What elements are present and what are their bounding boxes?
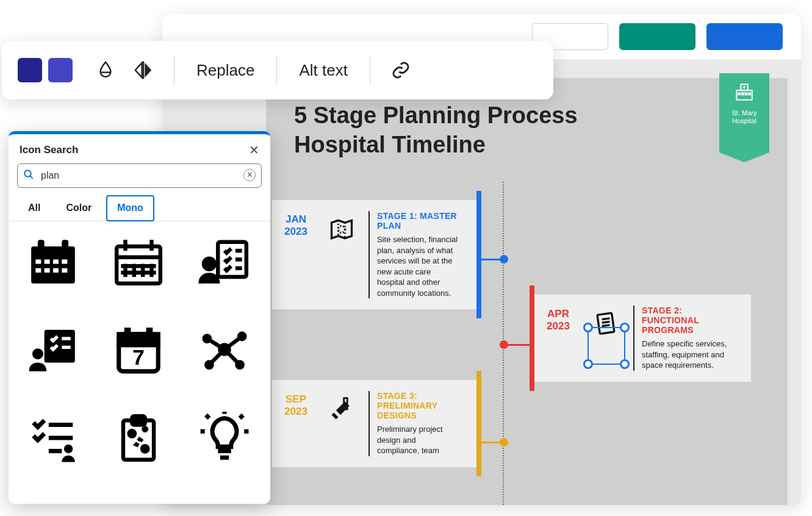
stage-description: Define specific services, staffing, equi… [642,339,734,371]
alt-text-button[interactable]: Alt text [292,61,354,80]
hospital-icon [719,82,769,107]
card-divider [368,211,370,298]
card-body: STAGE 1: MASTER PLAN Site selection, fin… [377,211,465,298]
svg-text:7: 7 [132,345,145,370]
ruler-pencil-icon[interactable] [328,396,355,423]
svg-line-72 [206,415,209,418]
svg-point-15 [24,170,31,177]
svg-rect-6 [745,93,747,95]
svg-line-10 [602,318,610,320]
page-title: 5 Stage Planning Process Hospital Timeli… [294,101,760,159]
popover-title: Icon Search [20,144,78,156]
resize-handle-br[interactable] [620,359,630,369]
svg-line-60 [225,349,240,365]
card-accent-bar [476,371,481,476]
card-divider [368,391,370,456]
svg-rect-66 [132,416,146,425]
svg-rect-18 [38,240,45,251]
svg-point-46 [32,348,43,359]
map-icon[interactable] [328,216,355,243]
title-line-1[interactable]: 5 Stage Planning Process [294,101,760,131]
selection-border [587,327,625,365]
icon-search-popover: Icon Search ✕ ✕ All Color Mono 7 [9,131,270,504]
svg-line-11 [602,321,610,323]
svg-rect-27 [62,268,67,272]
svg-point-42 [204,258,215,269]
card-divider [633,306,634,371]
calendar-filled-icon[interactable] [20,232,87,290]
svg-rect-24 [35,268,41,272]
clear-search-icon[interactable]: ✕ [243,169,256,181]
stage-title: STAGE 3: PRELIMINARY DESIGNS [377,391,459,420]
svg-rect-5 [742,93,744,95]
stage-date: APR 2023 [534,306,582,371]
flip-button[interactable] [128,54,159,86]
svg-rect-23 [62,259,67,263]
close-icon[interactable]: ✕ [249,143,259,157]
svg-rect-4 [738,93,740,95]
lightbulb-icon[interactable] [191,409,258,467]
search-input[interactable] [17,163,262,188]
stage-title: STAGE 2: FUNCTIONAL PROGRAMS [642,306,734,335]
hospital-ribbon[interactable]: St. Mary Hospital [719,73,769,152]
svg-line-59 [209,349,225,365]
stage-description: Preliminary project design and complianc… [377,424,459,456]
color-swatch-primary[interactable] [18,58,42,82]
svg-line-12 [602,325,610,326]
search-box: ✕ [17,163,262,188]
toolbar-button-teal[interactable] [619,23,695,50]
svg-rect-19 [62,240,68,251]
svg-line-73 [240,415,243,418]
calendar-outline-icon[interactable] [105,232,172,290]
tab-all[interactable]: All [17,195,51,221]
resize-handle-tr[interactable] [620,323,630,332]
svg-rect-22 [53,259,59,263]
notepad-icon[interactable] [593,310,620,337]
stage-card-3[interactable]: SEP 2023 STAGE 3: PRELIMINARY DESIGNS Pr… [272,380,476,467]
card-body: STAGE 2: FUNCTIONAL PROGRAMS Define spec… [642,306,740,371]
tab-color[interactable]: Color [55,195,102,221]
link-button[interactable] [385,54,417,86]
toolbar-divider [174,56,174,85]
replace-button[interactable]: Replace [189,61,262,80]
calendar-7-icon[interactable]: 7 [105,321,172,379]
network-nodes-icon[interactable] [191,321,258,379]
resize-handle-bl[interactable] [583,359,593,369]
card-accent-bar [476,191,481,318]
svg-rect-21 [45,259,50,263]
task-person-icon[interactable] [20,409,87,467]
clipboard-strategy-icon[interactable] [105,409,172,467]
search-icon [23,169,34,183]
svg-point-8 [339,226,345,233]
stage-date: SEP 2023 [272,391,320,456]
filter-tabs: All Color Mono [9,195,270,221]
document-canvas[interactable]: 5 Stage Planning Process Hospital Timeli… [266,78,788,505]
toolbar-divider [370,56,370,85]
popover-header: Icon Search ✕ [9,134,270,163]
tab-mono[interactable]: Mono [106,195,154,221]
stage-date: JAN 2023 [272,211,320,298]
card-body: STAGE 3: PRELIMINARY DESIGNS Preliminary… [377,391,465,456]
stage-card-1[interactable]: JAN 2023 STAGE 1: MASTER PLAN Site selec… [272,200,476,309]
toolbar-button-blue[interactable] [706,23,783,50]
person-checklist-filled-icon[interactable] [20,321,87,379]
svg-rect-7 [749,93,750,95]
timeline-axis [503,182,504,505]
stage-card-2[interactable]: APR 2023 STAGE 2: FUNCTIONAL PROGRAMS De… [534,295,751,382]
svg-rect-25 [45,268,50,272]
resize-handle-tl[interactable] [583,323,593,332]
ribbon-label: St. Mary Hospital [719,109,769,125]
svg-rect-26 [53,268,59,272]
opacity-button[interactable] [90,54,121,86]
selection-handles[interactable] [589,329,623,363]
stage-description: Site selection, financial plan, analysis… [377,234,459,298]
search-row: ✕ [9,163,270,195]
stage-title: STAGE 1: MASTER PLAN [377,211,459,231]
toolbar-divider [276,56,277,85]
svg-rect-38 [218,242,246,276]
person-checklist-icon[interactable] [191,232,258,290]
svg-point-64 [64,445,73,453]
title-line-2[interactable]: Hospital Timeline [294,131,760,160]
card-accent-bar [530,285,534,391]
color-swatch-secondary[interactable] [48,58,73,82]
